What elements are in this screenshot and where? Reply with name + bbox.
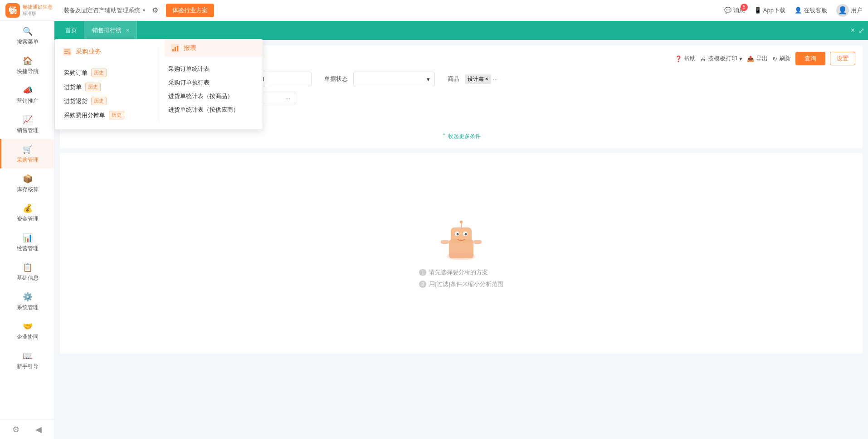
menu-item-incoming[interactable]: 进货单 历史 <box>62 80 151 94</box>
operations-icon: 📊 <box>23 233 33 243</box>
sidebar: 🔍 搜索菜单 🏠 快捷导航 📣 营销推广 📈 销售管理 🛒 采购管理 📦 库存核… <box>0 21 54 439</box>
system-name: 装备及固定资产辅助管理系统 ▾ <box>63 6 145 15</box>
header-right: 💬 消息 5 📱 App下载 👤 在线客服 👤 用户 <box>724 4 863 17</box>
query-btn[interactable]: 查询 <box>795 52 825 65</box>
menu-item-return[interactable]: 进货退货 历史 <box>62 94 151 108</box>
export-btn[interactable]: 📤 导出 <box>747 54 768 63</box>
svg-rect-14 <box>172 49 174 51</box>
help-btn[interactable]: ❓ 帮助 <box>675 54 696 63</box>
print-btn[interactable]: 🖨 按模板打印 ▾ <box>700 54 742 63</box>
sidebar-item-marketing[interactable]: 📣 营销推广 <box>0 80 54 109</box>
service-icon: 👤 <box>795 7 802 14</box>
purchase-col-title: 采购业务 <box>62 47 151 60</box>
industry-btn[interactable]: 体验行业方案 <box>166 4 214 17</box>
report-col-title: 报表 <box>165 39 263 57</box>
sidebar-item-system[interactable]: ⚙️ 系统管理 <box>0 286 54 316</box>
tab-bar-right: × ⤢ <box>851 26 864 35</box>
refresh-btn[interactable]: ↻ 刷新 <box>772 54 791 63</box>
search-icon: 🔍 <box>23 26 33 36</box>
refresh-icon: ↻ <box>772 55 777 62</box>
empty-hints: 1 请先选择要分析的方案 2 用[过滤]条件来缩小分析范围 <box>419 266 503 290</box>
purchase-icon: 🛒 <box>23 144 33 154</box>
doc-status-select[interactable]: ▾ <box>353 72 435 86</box>
message-item[interactable]: 💬 消息 5 <box>724 6 745 15</box>
collapse-up-icon: ⌃ <box>442 133 446 140</box>
svg-rect-16 <box>177 46 178 51</box>
report-col-icon <box>170 43 180 53</box>
empty-state: 1 请先选择要分析的方案 2 用[过滤]条件来缩小分析范围 <box>60 180 863 326</box>
header-gear-icon[interactable]: ⚙ <box>149 4 161 17</box>
menu-item-purchase-order-stat[interactable]: 采购订单统计表 <box>166 62 256 76</box>
sidebar-item-corp[interactable]: 🤝 企业协同 <box>0 316 54 345</box>
app-download-item[interactable]: 📱 App下载 <box>754 6 785 15</box>
logo-text: 畅捷通好生意 <box>23 4 53 10</box>
menu-item-purchase-order-exec[interactable]: 采购订单执行表 <box>166 76 256 89</box>
logo-edition: 标准版 <box>23 10 53 17</box>
report-col: 报表 采购订单统计表 采购订单执行表 进货单统计表（按商品） 进货单统计表（按供… <box>166 47 256 122</box>
goods-more-icon[interactable]: ··· <box>493 76 498 83</box>
tab-sales-rank[interactable]: 销售排行榜 × <box>85 21 137 40</box>
message-badge: 5 <box>741 4 748 11</box>
sidebar-item-inventory[interactable]: 📦 库存核算 <box>0 168 54 198</box>
avatar: 👤 <box>836 4 849 17</box>
purchase-col-icon <box>62 47 72 57</box>
menu-item-incoming-by-supplier[interactable]: 进货单统计表（按供应商） <box>166 103 256 117</box>
logo-area: 畅 畅捷通好生意 标准版 <box>5 3 60 18</box>
sidebar-item-purchase[interactable]: 🛒 采购管理 <box>0 139 54 168</box>
message-icon: 💬 <box>724 7 731 14</box>
toolbar-right: ❓ 帮助 🖨 按模板打印 ▾ 📤 导出 ↻ <box>675 52 855 65</box>
history-tag-4: 历史 <box>109 111 124 119</box>
tab-expand-btn[interactable]: ⤢ <box>858 26 864 35</box>
tab-close-icon[interactable]: × <box>126 27 129 34</box>
marketing-icon: 📣 <box>23 85 33 95</box>
tab-bar: 首页 销售排行榜 × × ⤢ <box>54 21 868 40</box>
hint-text-2: 用[过滤]条件来缩小分析范围 <box>429 278 503 290</box>
history-tag-2: 历史 <box>85 83 101 91</box>
collapse-btn[interactable]: ⌃ 收起更多条件 <box>67 129 855 142</box>
purchase-col: 采购业务 采购订单 历史 进货单 历史 进货退货 历史 采购费用分摊单 历史 <box>62 47 151 122</box>
hint-text-1: 请先选择要分析的方案 <box>429 266 488 278</box>
salesperson-more-icon[interactable]: ··· <box>285 95 290 102</box>
system-dropdown-icon[interactable]: ▾ <box>143 8 145 13</box>
svg-point-8 <box>460 221 463 223</box>
goods-tag[interactable]: 设计鑫 × <box>465 74 491 84</box>
doc-status-dropdown-icon: ▾ <box>427 76 430 83</box>
sidebar-footer: ⚙ ◀ <box>0 419 54 439</box>
sidebar-collapse-icon[interactable]: ◀ <box>35 424 42 434</box>
logo-icon: 畅 <box>5 3 20 18</box>
hint-num-1: 1 <box>419 269 426 276</box>
sidebar-item-sales[interactable]: 📈 销售管理 <box>0 109 54 139</box>
tab-home[interactable]: 首页 <box>58 21 85 40</box>
top-header: 畅 畅捷通好生意 标准版 装备及固定资产辅助管理系统 ▾ ⚙ 体验行业方案 💬 … <box>0 0 868 21</box>
basic-icon: 📋 <box>23 262 33 272</box>
guide-icon: 📖 <box>23 351 33 361</box>
tab-close-btn[interactable]: × <box>851 26 855 35</box>
menu-item-purchase-expense[interactable]: 采购费用分摊单 历史 <box>62 108 151 122</box>
sidebar-settings-icon[interactable]: ⚙ <box>12 424 20 434</box>
sidebar-item-search[interactable]: 🔍 搜索菜单 <box>0 21 54 50</box>
svg-rect-9 <box>441 240 449 244</box>
sidebar-item-operations[interactable]: 📊 经营管理 <box>0 227 54 257</box>
svg-point-5 <box>457 233 459 236</box>
menu-item-purchase-order[interactable]: 采购订单 历史 <box>62 66 151 80</box>
history-tag-1: 历史 <box>91 69 107 77</box>
hint-num-2: 2 <box>419 281 426 288</box>
sidebar-item-quick[interactable]: 🏠 快捷导航 <box>0 50 54 80</box>
svg-rect-10 <box>473 240 482 244</box>
online-service-item[interactable]: 👤 在线客服 <box>795 6 827 15</box>
sidebar-item-guide[interactable]: 📖 新手引导 <box>0 345 54 375</box>
menu-divider <box>159 47 159 122</box>
print-dropdown-icon[interactable]: ▾ <box>739 55 742 62</box>
history-tag-3: 历史 <box>91 97 107 105</box>
inventory-icon: 📦 <box>23 174 33 184</box>
settings-btn[interactable]: 设置 <box>830 52 855 65</box>
corp-icon: 🤝 <box>23 321 33 331</box>
phone-icon: 📱 <box>754 7 761 14</box>
menu-item-incoming-by-goods[interactable]: 进货单统计表（按商品） <box>166 89 256 103</box>
sidebar-item-finance[interactable]: 💰 资金管理 <box>0 198 54 227</box>
goods-filter: 设计鑫 × ··· <box>465 74 498 84</box>
home-icon: 🏠 <box>23 56 33 66</box>
user-item[interactable]: 👤 用户 <box>836 4 863 17</box>
goods-tag-close-icon[interactable]: × <box>485 76 488 82</box>
sidebar-item-basic[interactable]: 📋 基础信息 <box>0 257 54 286</box>
